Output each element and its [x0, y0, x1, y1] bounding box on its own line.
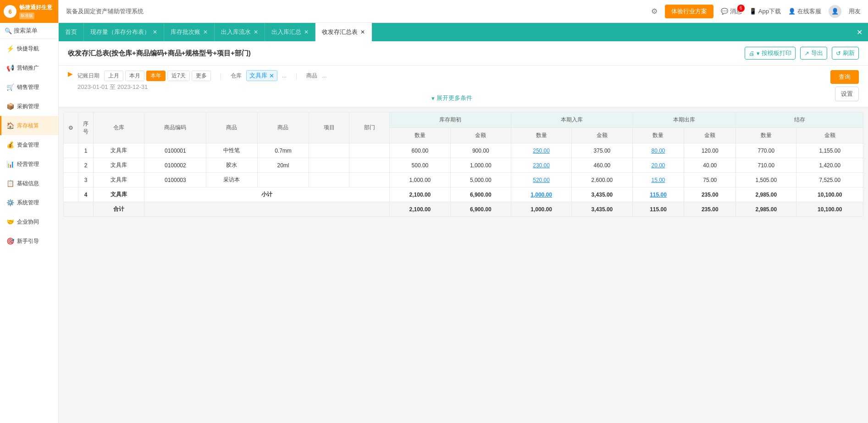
sidebar: 6 畅捷通好生意 标准版 🔍 搜索菜单 ⚡ 快捷导航 📢 营销推广 🛒 销售管理… — [0, 0, 59, 423]
query-btn[interactable]: 查询 — [830, 70, 859, 84]
page-content: 收发存汇总表(按仓库+商品编码+商品+规格型号+项目+部门) 🖨 ▾ 按模板打印… — [59, 41, 868, 423]
sidebar-item-finance[interactable]: 💰 资金管理 — [0, 135, 58, 154]
sales-label: 销售管理 — [17, 83, 39, 91]
goods-label: 商品 — [306, 72, 317, 80]
th-opening: 库存期初 — [390, 112, 511, 128]
date-btn-last-month[interactable]: 上月 — [104, 71, 123, 81]
row-out-qty[interactable]: 20.00 — [632, 158, 684, 173]
date-btn-7days[interactable]: 近7天 — [167, 71, 190, 81]
row-name: 胶水 — [206, 158, 257, 173]
sub-open-qty: 2,100.00 — [390, 187, 450, 202]
gear-icon[interactable]: ⚙ — [651, 7, 658, 16]
row-open-qty: 600.00 — [390, 143, 450, 158]
th-product-spec: 商品 — [257, 112, 309, 143]
avatar[interactable]: 👤 — [829, 5, 841, 18]
row-num: 1 — [78, 143, 94, 158]
tab-batch-account-label: 库存批次账 — [171, 28, 200, 36]
total-label-text: 合计 — [94, 202, 144, 217]
sidebar-item-sales[interactable]: 🛒 销售管理 — [0, 77, 58, 97]
tab-io-flow-close[interactable]: ✕ — [254, 29, 258, 35]
page-actions: 🖨 ▾ 按模板打印 ↗ 导出 ↺ 刷新 — [745, 47, 859, 60]
online-service-btn[interactable]: 👤 在线客服 — [788, 7, 821, 16]
expand-label: 展开更多条件 — [437, 94, 472, 102]
system-title: 装备及固定资产辅助管理系统 — [66, 7, 646, 16]
sub-out-amt: 235.00 — [684, 187, 736, 202]
sidebar-item-basic[interactable]: 📋 基础信息 — [0, 174, 58, 193]
tab-home[interactable]: 首页 — [59, 23, 84, 41]
basic-label: 基础信息 — [17, 180, 39, 187]
refresh-label: 刷新 — [843, 49, 855, 57]
row-department — [349, 143, 390, 158]
download-icon: 📱 — [749, 8, 757, 15]
settings-btn[interactable]: 设置 — [835, 87, 859, 101]
row-out-amt: 75.00 — [684, 173, 736, 187]
close-all-tabs[interactable]: ✕ — [851, 28, 868, 37]
search-label: 搜索菜单 — [14, 27, 38, 35]
tab-batch-account-close[interactable]: ✕ — [203, 29, 208, 35]
experience-btn[interactable]: 体验行业方案 — [665, 5, 713, 18]
data-table-wrapper: ⚙ 序号 仓库 商品编码 商品 商品 项目 部门 库存期初 本期入库 本期出库 … — [63, 112, 863, 217]
sidebar-item-enterprise[interactable]: 🤝 企业协同 — [0, 212, 58, 231]
goods-more[interactable]: ... — [322, 72, 326, 79]
th-close-amt: 金额 — [796, 128, 863, 143]
row-open-qty: 500.00 — [390, 158, 450, 173]
tab-inventory-dist-close[interactable]: ✕ — [153, 29, 157, 35]
print-text: 按模板打印 — [762, 49, 791, 57]
print-btn[interactable]: 🖨 ▾ 按模板打印 — [745, 47, 796, 60]
row-in-qty[interactable]: 250.00 — [511, 143, 571, 158]
tab-inventory-dist[interactable]: 现存量（库存分布表） ✕ — [84, 23, 164, 41]
tab-io-summary-label: 出入库汇总 — [271, 28, 301, 36]
export-btn[interactable]: ↗ 导出 — [800, 47, 827, 60]
sub-in-qty[interactable]: 1,000.00 — [511, 187, 571, 202]
search-menu[interactable]: 🔍 搜索菜单 — [0, 23, 58, 39]
row-out-qty[interactable]: 80.00 — [632, 143, 684, 158]
total-close-amt: 10,100.00 — [796, 202, 863, 217]
sub-warehouse: 文具库 — [94, 187, 144, 202]
sidebar-item-marketing[interactable]: 📢 营销推广 — [0, 58, 58, 77]
sub-out-qty[interactable]: 115.00 — [632, 187, 684, 202]
date-btn-this-year[interactable]: 本年 — [146, 71, 166, 81]
warehouse-tag: 文具库 ✕ — [246, 70, 277, 81]
row-name: 中性笔 — [206, 143, 257, 158]
tab-io-summary[interactable]: 出入库汇总 ✕ — [265, 23, 315, 41]
warehouse-tag-close[interactable]: ✕ — [269, 72, 274, 79]
logo-icon: 6 — [4, 5, 17, 18]
tab-recv-send-label: 收发存汇总表 — [322, 28, 358, 36]
filter-row-1: 记账日期 上月 本月 本年 近7天 更多 | 仓库 文具库 ✕ — [77, 70, 826, 81]
sidebar-item-purchase[interactable]: 📦 采购管理 — [0, 97, 58, 116]
finance-icon: 💰 — [6, 141, 14, 149]
app-download-btn[interactable]: 📱 App下载 — [749, 7, 781, 16]
service-icon: 👤 — [788, 8, 796, 15]
row-in-amt: 460.00 — [572, 158, 632, 173]
sidebar-item-system[interactable]: ⚙️ 系统管理 — [0, 193, 58, 212]
sidebar-item-inventory[interactable]: 🏠 库存核算 — [0, 116, 58, 135]
tab-recv-send-close[interactable]: ✕ — [360, 29, 365, 35]
data-table: ⚙ 序号 仓库 商品编码 商品 商品 项目 部门 库存期初 本期入库 本期出库 … — [63, 112, 863, 217]
date-btn-this-month[interactable]: 本月 — [125, 71, 144, 81]
th-settings[interactable]: ⚙ — [64, 112, 78, 143]
filter-collapse-btn[interactable]: ▶ — [68, 70, 73, 77]
sidebar-item-operations[interactable]: 📊 经营管理 — [0, 154, 58, 174]
sidebar-item-newbie[interactable]: 🎯 新手引导 — [0, 231, 58, 251]
warehouse-more[interactable]: ... — [282, 72, 287, 79]
row-open-qty: 1,000.00 — [390, 173, 450, 187]
row-close-qty: 1,505.00 — [736, 173, 796, 187]
date-btn-more[interactable]: 更多 — [192, 71, 211, 81]
sidebar-item-quicknav[interactable]: ⚡ 快捷导航 — [0, 39, 58, 58]
tab-io-summary-close[interactable]: ✕ — [304, 29, 309, 35]
expand-more-btn[interactable]: ▾ 展开更多条件 — [77, 94, 826, 102]
tab-io-flow[interactable]: 出入库流水 ✕ — [215, 23, 265, 41]
tab-batch-account[interactable]: 库存批次账 ✕ — [164, 23, 215, 41]
row-out-amt: 120.00 — [684, 143, 736, 158]
purchase-icon: 📦 — [6, 102, 14, 110]
refresh-btn[interactable]: ↺ 刷新 — [832, 47, 859, 60]
topbar: 装备及固定资产辅助管理系统 ⚙ 体验行业方案 💬 消息 6 📱 App下载 👤 … — [59, 0, 868, 23]
row-in-qty[interactable]: 230.00 — [511, 158, 571, 173]
th-out-qty: 数量 — [632, 128, 684, 143]
tab-recv-send[interactable]: 收发存汇总表 ✕ — [315, 23, 372, 41]
messages-btn[interactable]: 💬 消息 6 — [721, 7, 742, 16]
row-out-qty[interactable]: 15.00 — [632, 173, 684, 187]
topbar-actions: ⚙ 体验行业方案 💬 消息 6 📱 App下载 👤 在线客服 👤 用友 — [651, 5, 861, 18]
row-in-qty[interactable]: 520.00 — [511, 173, 571, 187]
filter-bar: ▶ 记账日期 上月 本月 本年 近7天 更多 | 仓库 — [59, 66, 868, 107]
